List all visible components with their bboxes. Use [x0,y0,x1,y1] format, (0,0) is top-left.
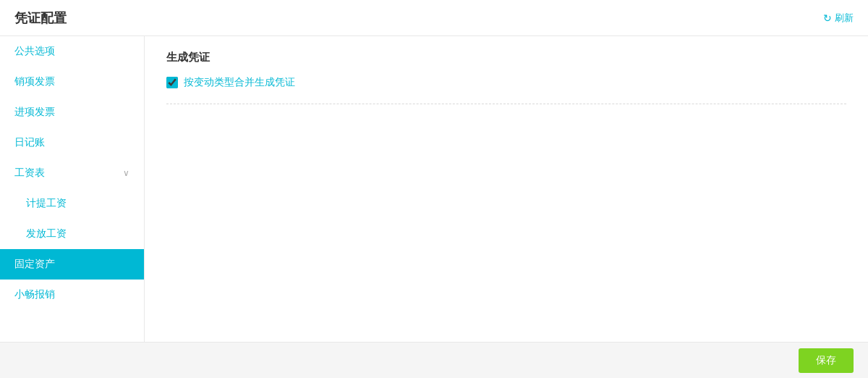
main-layout: 公共选项销项发票进项发票日记账工资表∨计提工资发放工资固定资产小畅报销 生成凭证… [0,36,868,342]
sidebar-label-distribute-payroll: 发放工资 [26,227,67,240]
merge-voucher-label[interactable]: 按变动类型合并生成凭证 [184,76,295,89]
sidebar-label-accrual-payroll: 计提工资 [26,197,67,210]
sidebar-item-fixed-assets[interactable]: 固定资产 [0,249,144,280]
checkbox-row: 按变动类型合并生成凭证 [166,76,846,89]
header: 凭证配置 ↻ 刷新 [0,0,868,36]
sidebar-item-public-options[interactable]: 公共选项 [0,36,144,67]
section-title: 生成凭证 [166,51,846,64]
sidebar-label-petty-expense: 小畅报销 [14,288,55,301]
save-button[interactable]: 保存 [799,348,854,373]
sidebar-item-distribute-payroll[interactable]: 发放工资 [0,219,144,249]
sidebar-item-purchase-invoice[interactable]: 进项发票 [0,97,144,127]
sidebar-item-payroll-table[interactable]: 工资表∨ [0,158,144,188]
sidebar-label-journal: 日记账 [14,136,45,149]
content-area: 生成凭证 按变动类型合并生成凭证 [145,36,868,342]
refresh-label: 刷新 [835,12,854,25]
footer: 保存 [0,342,868,378]
refresh-button[interactable]: ↻ 刷新 [823,12,854,25]
content-divider [166,104,846,104]
page-title: 凭证配置 [14,9,67,27]
sidebar-label-payroll-table: 工资表 [14,167,45,180]
page-wrapper: 凭证配置 ↻ 刷新 公共选项销项发票进项发票日记账工资表∨计提工资发放工资固定资… [0,0,868,378]
sidebar-item-petty-expense[interactable]: 小畅报销 [0,280,144,310]
sidebar-item-accrual-payroll[interactable]: 计提工资 [0,188,144,219]
sidebar-label-public-options: 公共选项 [14,45,55,58]
sidebar-item-journal[interactable]: 日记账 [0,127,144,158]
sidebar-label-sales-invoice: 销项发票 [14,75,55,88]
sidebar-label-fixed-assets: 固定资产 [14,258,55,271]
sidebar-label-purchase-invoice: 进项发票 [14,106,55,119]
refresh-icon: ↻ [823,12,832,24]
sidebar: 公共选项销项发票进项发票日记账工资表∨计提工资发放工资固定资产小畅报销 [0,36,145,342]
chevron-down-icon: ∨ [123,168,129,178]
sidebar-item-sales-invoice[interactable]: 销项发票 [0,67,144,97]
merge-voucher-checkbox[interactable] [166,77,178,88]
